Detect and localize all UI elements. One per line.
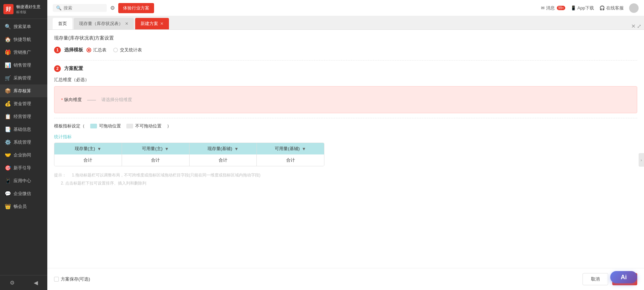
col-1-dropdown-icon[interactable]: ▼ [165,146,169,151]
save-checkbox[interactable] [54,277,59,282]
search-box[interactable]: 🔍 [53,4,107,12]
non-draggable-legend-box [126,124,133,128]
stats-cell-0: 合计 [54,154,122,166]
search-icon: 🔍 [5,24,11,30]
trial-button[interactable]: 体验行业方案 [118,3,154,13]
stats-col-0-label: 现存量(主) [75,146,95,152]
sidebar-item-finance[interactable]: 💰 资金管理 [0,97,47,110]
step2-badge: 2 [54,65,61,72]
main-area: 🔍 ⚙ 体验行业方案 ✉ 消息 99+ 📱 App下载 🎧 在线客服 首 [47,0,644,290]
handshake-icon: 🤝 [5,152,11,158]
stats-cell-2: 合计 [190,154,257,166]
stats-col-1-label: 可用量(主) [142,146,163,152]
sidebar-item-inventory[interactable]: 📦 库存核算 [0,84,47,97]
step2-section: 2 方案配置 汇总维度（必选） * 纵向维度 —— 请选择分组维度 模板指 [54,65,637,187]
app-edition: 标准版 [16,10,41,15]
draggable-legend: 可拖动位置 [90,123,121,129]
radio-summary[interactable]: 汇总表 [86,47,106,53]
cancel-button[interactable]: 取消 [583,273,608,285]
sidebar-item-label: 快捷导航 [14,37,31,43]
sidebar-item-member[interactable]: 👑 畅会员 [0,200,47,213]
chat-icon: 💬 [5,191,11,197]
target-icon: 🎯 [5,165,11,171]
radio-cross-label: 交叉统计表 [120,47,142,53]
tab-inventory-close-icon[interactable]: ✕ [125,21,128,26]
user-avatar[interactable] [629,3,639,13]
app-name-block: 畅捷通好生意 标准版 [16,4,41,15]
dimension-required-star: * [61,97,63,102]
stats-table-body: 合计 合计 合计 合计 [54,154,324,166]
sidebar-item-purchase[interactable]: 🛒 采购管理 [0,72,47,84]
search-input[interactable] [64,5,97,10]
sidebar-item-label: 销售管理 [14,62,31,68]
tab-expand-icon[interactable]: ⤢ [637,23,641,29]
money-icon: 💰 [5,101,11,107]
sidebar-item-marketing[interactable]: 🎁 营销推广 [0,46,47,59]
divider-2 [54,118,637,118]
sidebar-item-operations[interactable]: 📋 经营管理 [0,110,47,123]
settings-icon[interactable]: ⚙ [110,5,115,11]
sidebar-item-basic[interactable]: 📑 基础信息 [0,123,47,136]
tips-title-text: 提示： [54,173,66,177]
doc-icon: 📑 [5,126,11,132]
sidebar-item-apps[interactable]: 📱 应用中心 [0,174,47,187]
col-3-dropdown-icon[interactable]: ▼ [302,146,306,151]
sidebar-item-newuser[interactable]: 🎯 新手引导 [0,162,47,174]
sidebar-item-label: 库存核算 [14,88,31,94]
sidebar-item-label: 营销推广 [14,49,31,55]
right-panel-toggle[interactable]: › [639,153,644,167]
stats-col-0[interactable]: 现存量(主) ▼ [54,143,122,154]
sidebar-item-sales[interactable]: 📊 销售管理 [0,59,47,72]
stats-col-3[interactable]: 可用量(基辅) ▼ [257,143,324,154]
collapse-button[interactable]: ◀ [31,278,41,287]
app-download-button[interactable]: 📱 App下载 [571,5,594,11]
indicator-settings-close: ） [167,123,171,129]
template-radio-group: 汇总表 交叉统计表 [86,47,142,53]
box-icon: 📦 [5,88,11,94]
settings-bottom-button[interactable]: ⚙ [7,278,17,287]
sidebar-item-label: 经营管理 [14,114,31,120]
sidebar-bottom: ⚙ ◀ [0,275,47,290]
tab-home[interactable]: 首页 [53,18,72,29]
ai-fab-button[interactable]: Ai [610,271,637,283]
radio-cross-dot [113,48,118,52]
radio-cross[interactable]: 交叉统计表 [113,47,142,53]
chart-icon: 📊 [5,62,11,68]
tab-inventory[interactable]: 现存量（库存状况表） ✕ [74,18,134,29]
sidebar-item-wechat[interactable]: 💬 企业微信 [0,187,47,200]
sidebar-item-system[interactable]: ⚙️ 系统管理 [0,136,47,149]
stats-section: 统计指标 现存量(主) ▼ 可用量(主) ▼ [54,134,637,166]
tab-close-all-icon[interactable]: ✕ [631,23,636,29]
dimension-placeholder: 请选择分组维度 [101,97,132,103]
tab-inventory-label: 现存量（库存状况表） [79,21,123,27]
tab-new-scheme[interactable]: 新建方案 ✕ [135,18,169,29]
content-inner: 现存量(库存状况表)方案设置 1 选择模板 汇总表 [47,30,644,199]
sidebar-item-quick-nav[interactable]: 🏠 快捷导航 [0,33,47,46]
app-download-label: App下载 [577,5,594,11]
stats-col-2[interactable]: 现存量(基辅) ▼ [190,143,257,154]
sidebar-item-label: 采购管理 [14,75,31,81]
message-label: 消息 [546,5,555,11]
topbar-actions: ✉ 消息 99+ 📱 App下载 🎧 在线客服 [541,3,639,13]
stats-col-1[interactable]: 可用量(主) ▼ [122,143,190,154]
sidebar-item-label: 系统管理 [14,139,31,145]
content-wrapper: 现存量(库存状况表)方案设置 1 选择模板 汇总表 [47,30,644,290]
tip-item-2: 2. 点击标题栏下拉可设置排序、插入列和删除列 [54,179,637,187]
save-option[interactable]: 方案保存(可选) [54,276,90,282]
message-button[interactable]: ✉ 消息 99+ [541,5,565,11]
sidebar-item-search[interactable]: 🔍 搜索菜单 [0,20,47,33]
summary-dimension-label: 汇总维度（必选） [54,77,637,83]
step1-title: 选择模板 [64,47,83,53]
gift-icon: 🎁 [5,49,11,55]
sidebar-item-label: 应用中心 [14,178,31,184]
radio-summary-dot [86,48,91,52]
dimension-box[interactable]: * 纵向维度 —— 请选择分组维度 [54,86,637,113]
tab-new-scheme-close-icon[interactable]: ✕ [160,21,164,26]
logo-icon: 好 [3,4,14,14]
customer-service-button[interactable]: 🎧 在线客服 [599,5,624,11]
col-0-dropdown-icon[interactable]: ▼ [97,146,101,151]
stats-label: 统计指标 [54,134,637,140]
sidebar-item-cooperation[interactable]: 🤝 企业协同 [0,149,47,162]
gear-icon: ⚙️ [5,139,11,145]
col-2-dropdown-icon[interactable]: ▼ [234,146,239,151]
